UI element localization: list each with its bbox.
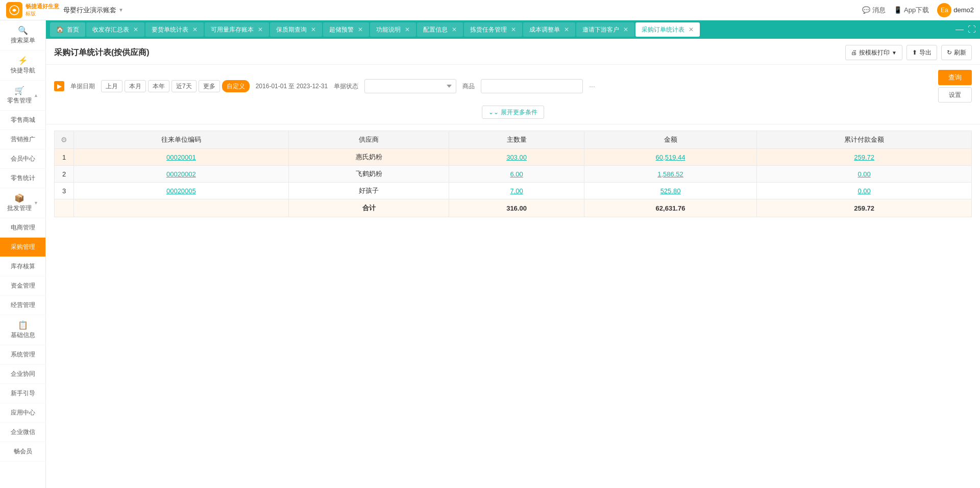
sidebar-item-retail-stat[interactable]: 零售统计 (0, 169, 45, 188)
date-btn-custom[interactable]: 自定义 (222, 80, 250, 92)
table-row[interactable]: 1 00020001 惠氏奶粉 303.00 60,519.44 259.72 (55, 149, 972, 166)
workspace-selector[interactable]: 母婴行业演示账套 ▼ (63, 6, 124, 15)
tab-receive-summary[interactable]: 收发存汇总表 ✕ (86, 22, 144, 37)
tab-maximize-icon[interactable]: ⛶ (968, 25, 976, 34)
tab-shelf-life[interactable]: 保质期查询 ✕ (270, 22, 322, 37)
row-code: 00020001 (74, 149, 289, 166)
table-row[interactable]: 3 00020005 好孩子 7.00 525.80 0.00 (55, 183, 972, 199)
date-btn-last-7days[interactable]: 近7天 (172, 80, 197, 92)
sidebar: 🔍 搜索菜单 ⚡ 快捷导航 🛒 零售管理 ▲ 零售商城 营销推广 会员中心 零售… (0, 20, 46, 488)
filter-toggle-button[interactable]: ▶ (54, 81, 64, 91)
tab-picking-task[interactable]: 拣货任务管理 ✕ (464, 22, 522, 37)
date-btn-last-month[interactable]: 上月 (101, 80, 122, 92)
tab-home[interactable]: 🏠 首页 (50, 22, 85, 37)
date-btn-this-year[interactable]: 本年 (148, 80, 169, 92)
logo-text: 畅捷通好生意 标版 (26, 3, 59, 17)
tab-overstock[interactable]: 超储预警 ✕ (323, 22, 369, 37)
goods-input[interactable] (481, 79, 583, 93)
tab-available-stock[interactable]: 可用量库存账本 ✕ (205, 22, 269, 37)
sidebar-item-basic[interactable]: 📋 基础信息 (0, 315, 45, 345)
table-row[interactable]: 2 00020002 飞鹤奶粉 6.00 1,586.52 0.00 (55, 166, 972, 183)
date-range-display: 2016-01-01 至 2023-12-31 (256, 82, 328, 91)
date-btn-this-month[interactable]: 本月 (125, 80, 146, 92)
avatar: Ea (937, 3, 951, 17)
sidebar-item-purchase[interactable]: 采购管理 (0, 238, 45, 257)
tab-purchase-order-stat[interactable]: 采购订单统计表 ✕ (635, 22, 700, 37)
settings-button[interactable]: 设置 (938, 87, 972, 102)
date-btn-more[interactable]: 更多 (199, 80, 220, 92)
sidebar-item-search[interactable]: 🔍 搜索菜单 (0, 20, 45, 50)
tab-config[interactable]: 配置信息 ✕ (417, 22, 463, 37)
phone-icon: 📱 (894, 6, 902, 14)
row-amount: 525.80 (584, 183, 756, 199)
sidebar-item-retail-shop[interactable]: 零售商城 (0, 111, 45, 130)
sidebar-item-member[interactable]: 会员中心 (0, 149, 45, 169)
sidebar-item-wholesale[interactable]: 📦 批发管理 ▼ (0, 188, 45, 218)
tab-close-icon[interactable]: ✕ (452, 26, 457, 33)
tab-close-icon[interactable]: ✕ (133, 26, 138, 33)
refresh-button[interactable]: ↻ 刷新 (941, 45, 972, 60)
page-title: 采购订单统计表(按供应商) (54, 47, 150, 58)
row-quantity: 303.00 (449, 149, 584, 166)
footer-paid: 259.72 (757, 199, 972, 217)
sidebar-item-ops[interactable]: 经营管理 (0, 296, 45, 315)
tab-minimize-icon[interactable]: — (955, 25, 964, 34)
sidebar-item-apps[interactable]: 应用中心 (0, 403, 45, 423)
date-shortcut-buttons: 上月 本月 本年 近7天 更多 自定义 (101, 80, 250, 92)
sidebar-item-system[interactable]: 系统管理 (0, 345, 45, 365)
row-quantity: 7.00 (449, 183, 584, 199)
column-settings-icon[interactable]: ⚙ (61, 136, 67, 144)
tab-close-icon[interactable]: ✕ (358, 26, 363, 33)
workspace-name: 母婴行业演示账套 (63, 6, 116, 15)
footer-quantity: 316.00 (449, 199, 584, 217)
sidebar-item-wechat[interactable]: 企业微信 (0, 423, 45, 442)
sidebar-item-shortcut[interactable]: ⚡ 快捷导航 (0, 50, 45, 81)
tab-close-icon[interactable]: ✕ (564, 26, 569, 33)
tab-close-icon[interactable]: ✕ (311, 26, 316, 33)
date-label: 单据日期 (70, 82, 95, 91)
sidebar-item-ecommerce[interactable]: 电商管理 (0, 218, 45, 238)
table-footer-row: 合计 316.00 62,631.76 259.72 (55, 199, 972, 217)
row-amount: 60,519.44 (584, 149, 756, 166)
tab-close-icon[interactable]: ✕ (258, 26, 263, 33)
home-icon: 🏠 (56, 26, 64, 33)
expand-more-button[interactable]: ⌄⌄ 展开更多条件 (482, 106, 544, 119)
tab-invite-downstream[interactable]: 邀请下游客户 ✕ (576, 22, 634, 37)
tab-close-icon[interactable]: ✕ (192, 26, 198, 33)
sidebar-item-retail[interactable]: 🛒 零售管理 ▲ (0, 81, 45, 111)
refresh-icon: ↻ (947, 49, 952, 56)
tab-close-icon[interactable]: ✕ (623, 26, 628, 33)
export-button[interactable]: ⬆ 导出 (906, 45, 937, 60)
tab-function-desc[interactable]: 功能说明 ✕ (370, 22, 416, 37)
tab-cost-adjust[interactable]: 成本调整单 ✕ (523, 22, 575, 37)
workspace-chevron-icon: ▼ (118, 7, 124, 13)
message-button[interactable]: 💬 消息 (862, 6, 886, 15)
sidebar-item-inventory[interactable]: 库存核算 (0, 257, 45, 276)
sidebar-item-enterprise[interactable]: 企业协同 (0, 365, 45, 384)
tab-order-summary[interactable]: 要货单统计表 ✕ (145, 22, 204, 37)
row-index: 2 (55, 166, 74, 183)
sidebar-item-vip[interactable]: 畅会员 (0, 442, 45, 461)
row-code: 00020005 (74, 183, 289, 199)
sidebar-item-finance[interactable]: 资金管理 (0, 276, 45, 296)
status-select[interactable] (364, 79, 456, 93)
tab-close-icon[interactable]: ✕ (511, 26, 516, 33)
logo-area: 畅捷通好生意 标版 (6, 2, 59, 18)
user-profile[interactable]: Ea demo2 (937, 3, 974, 17)
tab-close-icon[interactable]: ✕ (689, 26, 694, 33)
app-download-button[interactable]: 📱 App下载 (894, 6, 929, 15)
sidebar-item-newbie[interactable]: 新手引导 (0, 384, 45, 403)
query-button[interactable]: 查询 (938, 70, 972, 85)
footer-amount: 62,631.76 (584, 199, 756, 217)
tab-close-icon[interactable]: ✕ (405, 26, 410, 33)
row-code: 00020002 (74, 166, 289, 183)
print-dropdown-icon: ▼ (892, 50, 897, 56)
row-index: 3 (55, 183, 74, 199)
logo-icon (6, 2, 22, 18)
export-icon: ⬆ (912, 49, 917, 56)
row-paid: 0.00 (757, 183, 972, 199)
sidebar-item-marketing[interactable]: 营销推广 (0, 130, 45, 149)
col-settings-header: ⚙ (55, 131, 74, 149)
goods-more-icon[interactable]: ··· (589, 82, 595, 90)
print-button[interactable]: 🖨 按模板打印 ▼ (845, 45, 902, 60)
